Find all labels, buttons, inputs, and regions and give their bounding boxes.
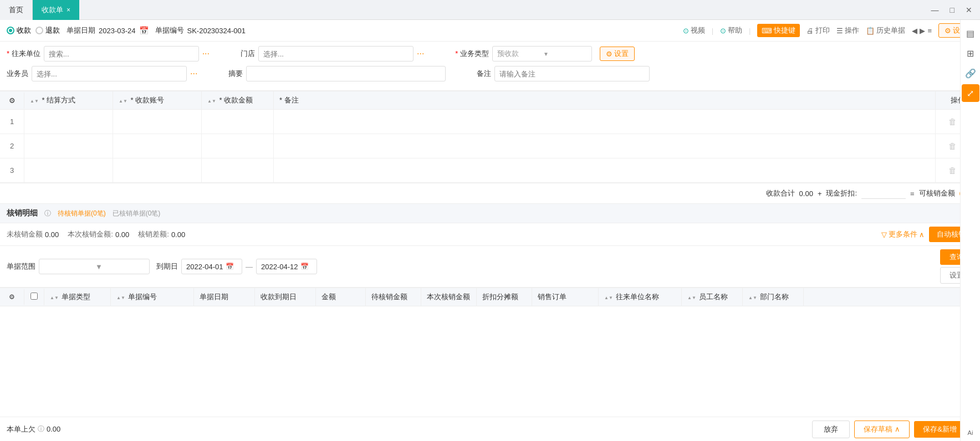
maximize-button[interactable]: □ bbox=[947, 4, 958, 16]
range-select[interactable]: ▼ bbox=[39, 259, 150, 274]
summary-row: 收款合计 0.00 + 现金折扣: = 可核销金额 0.00 bbox=[0, 183, 980, 204]
account-sort-icon: ▲▼ bbox=[119, 99, 127, 104]
prev-icon[interactable]: ◀ bbox=[912, 27, 917, 35]
sub-th-dept: ▲▼ 部门名称 bbox=[743, 288, 804, 306]
td-remark-2[interactable] bbox=[274, 134, 936, 158]
staff-more-btn[interactable]: ··· bbox=[190, 69, 197, 79]
history-btn[interactable]: 📋 历史单据 bbox=[866, 25, 905, 35]
account-input-2[interactable] bbox=[119, 136, 196, 156]
shortcut-btn[interactable]: ⌨ 快捷键 bbox=[757, 24, 800, 37]
print-btn[interactable]: 🖨 打印 bbox=[807, 25, 830, 35]
staff-input[interactable] bbox=[32, 66, 187, 81]
biz-type-value: 预收款 bbox=[497, 49, 541, 59]
bottom-info-label: 本单上欠 bbox=[7, 424, 35, 434]
due-end-input[interactable]: 2022-04-12 📅 bbox=[256, 259, 317, 274]
sidebar-icon-1[interactable]: ▤ bbox=[962, 24, 979, 42]
bottom-info-icon[interactable]: ⓘ bbox=[38, 424, 44, 434]
video-btn[interactable]: ⊙ 视频 bbox=[683, 25, 705, 35]
save-draft-btn[interactable]: 保存草稿 ∧ bbox=[854, 421, 910, 438]
td-remark-1[interactable] bbox=[274, 110, 936, 134]
th-remark: * 备注 bbox=[274, 91, 936, 109]
staff-label: 业务员 bbox=[7, 69, 28, 79]
available-label: 可核销金额 bbox=[919, 188, 955, 198]
settle-input-2[interactable] bbox=[30, 136, 107, 156]
tab-home[interactable]: 首页 bbox=[0, 0, 33, 20]
settle-input-3[interactable] bbox=[30, 161, 107, 180]
biz-type-field: 业务类型 预收款 ▼ ⚙ 设置 bbox=[455, 46, 635, 61]
th-gear[interactable]: ⚙ bbox=[0, 93, 24, 109]
amount-input-3[interactable] bbox=[207, 161, 268, 180]
done-tag[interactable]: 已核销单据(0笔) bbox=[113, 209, 161, 218]
summary-input[interactable] bbox=[246, 66, 446, 81]
unverified-stat: 未核销金额 0.00 bbox=[7, 229, 59, 239]
td-settle-3[interactable] bbox=[24, 158, 113, 182]
range-field: 单据范围 ▼ bbox=[7, 259, 150, 274]
more-conditions-btn[interactable]: ▽ 更多条件 ∧ bbox=[881, 229, 925, 239]
biz-type-label: 业务类型 bbox=[455, 49, 489, 59]
delete-icon-1[interactable]: 🗑 bbox=[948, 117, 957, 126]
discount-input[interactable] bbox=[861, 188, 906, 199]
save-draft-label: 保存草稿 bbox=[864, 424, 892, 434]
remark-input-3[interactable] bbox=[279, 161, 930, 180]
next-icon[interactable]: ▶ bbox=[920, 27, 925, 35]
td-amount-3[interactable] bbox=[202, 158, 274, 182]
history-icon: 📋 bbox=[866, 27, 875, 35]
biz-type-settings-icon: ⚙ bbox=[606, 50, 612, 58]
partner-sort-icon: ▲▼ bbox=[604, 296, 613, 300]
discard-btn[interactable]: 放弃 bbox=[812, 421, 850, 438]
sidebar-icon-2[interactable]: ⊞ bbox=[962, 44, 979, 62]
sub-th-type: ▲▼ 单据类型 bbox=[44, 288, 111, 306]
td-account-1[interactable] bbox=[113, 110, 202, 134]
minimize-button[interactable]: — bbox=[928, 4, 942, 16]
biz-type-select[interactable]: 预收款 ▼ bbox=[492, 46, 592, 61]
account-input-1[interactable] bbox=[119, 112, 196, 131]
td-remark-3[interactable] bbox=[274, 158, 936, 182]
window-controls: — □ ✕ bbox=[928, 4, 980, 16]
amount-input-2[interactable] bbox=[207, 136, 268, 156]
store-input[interactable] bbox=[258, 46, 414, 61]
sub-select-all[interactable] bbox=[30, 293, 38, 300]
remark-input-1[interactable] bbox=[279, 112, 930, 131]
tab-close-icon[interactable]: × bbox=[67, 6, 70, 14]
td-settle-1[interactable] bbox=[24, 110, 113, 134]
diff-stat: 核销差额: 0.00 bbox=[138, 229, 185, 239]
operations-btn[interactable]: ☰ 操作 bbox=[836, 25, 859, 35]
close-button[interactable]: ✕ bbox=[962, 4, 976, 16]
list-icon[interactable]: ≡ bbox=[927, 27, 932, 35]
help-btn[interactable]: ⊙ 帮助 bbox=[720, 25, 742, 35]
radio-refund[interactable]: 退款 bbox=[35, 25, 60, 35]
remark-input[interactable] bbox=[494, 66, 650, 81]
sub-th-date: 单据日期 bbox=[194, 288, 255, 306]
unverified-value: 0.00 bbox=[45, 230, 59, 239]
amount-input-1[interactable] bbox=[207, 112, 268, 131]
td-amount-2[interactable] bbox=[202, 134, 274, 158]
sub-th-gear[interactable]: ⚙ bbox=[0, 289, 24, 305]
td-settle-2[interactable] bbox=[24, 134, 113, 158]
account-input-3[interactable] bbox=[119, 161, 196, 180]
td-row-num-1: 1 bbox=[0, 110, 24, 134]
section-info-icon[interactable]: ⓘ bbox=[44, 209, 51, 218]
due-start-input[interactable]: 2022-04-01 📅 bbox=[181, 259, 242, 274]
delete-icon-3[interactable]: 🗑 bbox=[948, 166, 957, 175]
radio-receive[interactable]: 收款 bbox=[7, 25, 31, 35]
biz-type-settings-btn[interactable]: ⚙ 设置 bbox=[600, 47, 635, 61]
td-account-3[interactable] bbox=[113, 158, 202, 182]
settle-input-1[interactable] bbox=[30, 112, 107, 131]
td-amount-1[interactable] bbox=[202, 110, 274, 134]
partner-more-btn[interactable]: ··· bbox=[202, 49, 210, 59]
tab-active[interactable]: 收款单 × bbox=[33, 0, 79, 20]
sub-th-order: 销售订单 bbox=[532, 288, 599, 306]
remark-input-2[interactable] bbox=[279, 136, 930, 156]
td-row-num-2: 2 bbox=[0, 134, 24, 158]
sidebar-icon-4[interactable]: ⤢ bbox=[962, 84, 979, 102]
sub-th-pending: 待核销金额 bbox=[366, 288, 421, 306]
tab-home-label: 首页 bbox=[9, 5, 23, 15]
store-more-btn[interactable]: ··· bbox=[417, 49, 424, 59]
sidebar-icon-3[interactable]: 🔗 bbox=[962, 64, 979, 82]
pending-tag[interactable]: 待核销单据(0笔) bbox=[58, 209, 106, 218]
table-row: 2 🗑 ⧉ bbox=[0, 134, 980, 158]
td-account-2[interactable] bbox=[113, 134, 202, 158]
partner-input[interactable] bbox=[44, 46, 199, 61]
date-icon[interactable]: 📅 bbox=[139, 26, 149, 35]
delete-icon-2[interactable]: 🗑 bbox=[948, 141, 957, 151]
